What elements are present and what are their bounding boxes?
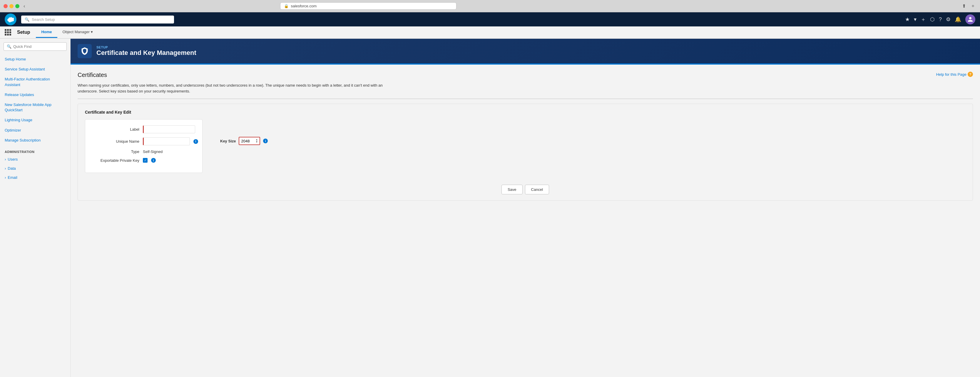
nav-tabs: Home Object Manager ▾ [36,27,98,38]
key-size-input[interactable]: 2048 [241,139,254,143]
close-button[interactable] [3,4,8,8]
main-layout: 🔍 Setup Home Service Setup Assistant Mul… [0,39,980,377]
sidebar-item-manage-subscription[interactable]: Manage Subscription [0,135,70,145]
field-label-unique-name: Unique Name [92,139,139,144]
form-row-exportable: Exportable Private Key ✓ i [92,158,195,163]
key-size-label: Key Size [220,139,236,143]
cancel-button[interactable]: Cancel [525,185,549,194]
search-icon: 🔍 [7,44,11,49]
sidebar-item-data[interactable]: › Data [0,164,70,173]
form-container: Label Unique Name i Type Self-Sign [85,119,202,173]
key-size-control: 2048 ▲ ▼ [239,137,260,145]
chevron-down-icon: ▾ [91,30,93,34]
page-header: SETUP Certificate and Key Management [70,39,980,65]
secondary-nav: Setup Home Object Manager ▾ [0,27,980,39]
traffic-lights [3,4,19,8]
unique-name-input[interactable] [143,138,190,145]
app-title: Setup [17,30,30,35]
card-title: Certificate and Key Edit [85,110,966,114]
lock-icon: 🔒 [284,4,289,8]
form-row-label: Label [92,125,195,133]
address-text: salesforce.com [291,4,317,8]
field-label-exportable: Exportable Private Key [92,158,139,163]
favorites-dropdown-icon[interactable]: ▾ [914,16,916,22]
help-icon: ? [968,72,973,77]
search-icon: 🔍 [25,17,29,22]
key-size-stepper: ▲ ▼ [255,139,258,143]
sidebar: 🔍 Setup Home Service Setup Assistant Mul… [0,39,70,377]
settings-icon[interactable]: ⚙ [946,16,951,22]
field-label-label: Label [92,127,139,131]
tab-object-manager[interactable]: Object Manager ▾ [57,27,99,38]
sidebar-item-optimizer[interactable]: Optimizer [0,125,70,135]
notifications-icon[interactable]: 🔔 [955,16,961,22]
content-body: Help for this Page ? Certificates When n… [70,65,980,208]
form-row-unique-name: Unique Name i [92,138,195,145]
unique-name-info-icon[interactable]: i [193,139,198,144]
search-bar[interactable]: 🔍 Search Setup [21,16,174,24]
sidebar-item-mobile-quickstart[interactable]: New Salesforce Mobile App QuickStart [0,100,70,115]
sidebar-item-release-updates[interactable]: Release Updates [0,90,70,100]
sidebar-item-lightning-usage[interactable]: Lightning Usage [0,115,70,125]
sidebar-item-users[interactable]: › Users [0,155,70,164]
favorites-icon[interactable]: ★ [905,16,910,22]
type-value: Self-Signed [143,149,162,154]
maximize-button[interactable] [15,4,19,8]
browser-chrome: ‹ 🔒 salesforce.com ⬆ ＋ [0,0,980,12]
share-button[interactable]: ⬆ [961,2,967,10]
sidebar-item-service-setup[interactable]: Service Setup Assistant [0,64,70,74]
breadcrumb: SETUP [96,46,196,49]
exportable-info-icon[interactable]: i [151,158,156,163]
nav-icons: ★ ▾ ＋ ⬡ ? ⚙ 🔔 [905,14,975,24]
salesforce-logo[interactable] [5,14,16,25]
minimize-button[interactable] [10,4,14,8]
field-label-type: Type [92,149,139,154]
chevron-right-icon: › [5,157,6,162]
tab-home[interactable]: Home [36,27,57,38]
exportable-checkbox[interactable]: ✓ [143,158,148,163]
quick-find-container[interactable]: 🔍 [3,42,67,51]
form-actions: Save Cancel [85,185,966,194]
add-icon[interactable]: ＋ [921,16,926,23]
top-nav: 🔍 Search Setup ★ ▾ ＋ ⬡ ? ⚙ 🔔 [0,12,980,27]
content-area: SETUP Certificate and Key Management Hel… [70,39,980,377]
key-size-decrement[interactable]: ▼ [255,141,258,143]
certificate-key-edit-card: Certificate and Key Edit Label Unique Na… [78,104,973,201]
label-input[interactable] [143,125,195,133]
quick-find-input[interactable] [13,44,64,49]
address-bar[interactable]: 🔒 salesforce.com [280,2,457,10]
sidebar-section-administration: ADMINISTRATION [0,148,70,155]
sidebar-item-mfa[interactable]: Multi-Factor Authentication Assistant [0,74,70,90]
save-button[interactable]: Save [501,185,523,194]
new-tab-button[interactable]: ＋ [969,2,977,10]
chevron-right-icon: › [5,166,6,171]
section-title: Certificates [78,72,973,78]
avatar[interactable] [965,14,975,24]
header-icon [78,44,92,58]
description-text: When naming your certificates, only use … [78,82,401,94]
chevron-right-icon: › [5,175,6,180]
key-size-section: Key Size 2048 ▲ ▼ i [220,137,268,145]
help-icon[interactable]: ? [939,16,942,22]
form-row-type: Type Self-Signed [92,149,195,154]
header-text: SETUP Certificate and Key Management [96,46,196,57]
page-title: Certificate and Key Management [96,49,196,57]
browser-actions: ⬆ ＋ [961,2,977,10]
sidebar-item-setup-home[interactable]: Setup Home [0,54,70,64]
key-size-info-icon[interactable]: i [263,139,268,143]
back-button[interactable]: ‹ [22,3,26,10]
help-link[interactable]: Help for this Page ? [936,72,973,77]
app-launcher[interactable] [5,29,11,35]
grid-icon [5,29,11,35]
lightning-icon[interactable]: ⬡ [930,16,935,22]
sidebar-item-email[interactable]: › Email [0,173,70,182]
search-placeholder: Search Setup [32,17,55,22]
